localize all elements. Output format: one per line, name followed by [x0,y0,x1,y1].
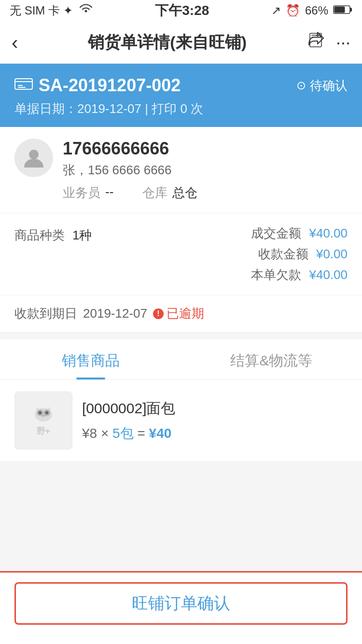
status-bar-time: 下午3:28 [155,1,209,20]
svg-rect-2 [334,7,345,13]
sales-label: 业务员 [63,184,100,201]
due-date-value: 2019-12-07 [83,306,147,321]
customer-info: 17666666666 张，156 6666 6666 业务员 -- 仓库 总仓 [63,139,348,201]
bottom-bar: 旺铺订单确认 [0,571,362,644]
clock-icon: ⊙ [296,79,306,92]
tab-sales-products[interactable]: 销售商品 [0,339,181,379]
category-value: 1种 [72,227,92,244]
customer-meta: 业务员 -- 仓库 总仓 [63,184,348,201]
sales-meta: 业务员 -- [63,184,113,201]
status-bar-left: 无 SIM 卡 ✦ [10,3,93,18]
order-type-icon [14,75,33,96]
customer-section: 17666666666 张，156 6666 6666 业务员 -- 仓库 总仓 [0,127,362,213]
nav-actions: ··· [307,31,350,53]
confirm-order-button[interactable]: 旺铺订单确认 [14,582,348,625]
bottom-spacer [0,461,362,558]
received-amount-row: 收款金额 ¥0.00 [258,246,348,263]
tabs-section: 销售商品 结算&物流等 [0,339,362,461]
received-value: ¥0.00 [316,247,348,262]
price-formula: ¥8 × [82,426,112,441]
category-label: 商品种类 [14,227,65,244]
status-text: 待确认 [310,77,348,94]
overdue-dot-icon: ! [153,308,164,319]
summary-right: 成交金额 ¥40.00 收款金额 ¥0.00 本单欠款 ¥40.00 [251,225,348,283]
wifi-icon [79,4,93,17]
sim-status: 无 SIM 卡 ✦ [10,3,73,18]
order-header-card: SA-20191207-002 ⊙ 待确认 单据日期：2019-12-07 | … [0,64,362,127]
product-item: 野+ [0000002]面包 ¥8 × 5包 = ¥40 [14,392,348,449]
product-price: ¥8 × 5包 = ¥40 [82,424,348,443]
warehouse-meta: 仓库 总仓 [142,184,197,201]
warehouse-value: 总仓 [172,184,197,201]
battery-level: 66% [305,4,328,17]
debt-label: 本单欠款 [251,266,301,283]
location-icon: ↗ [271,4,281,17]
due-date-label: 收款到期日 [14,305,77,322]
share-icon[interactable] [307,31,324,53]
svg-point-13 [42,415,45,417]
sales-value: -- [105,184,113,201]
deal-amount-row: 成交金额 ¥40.00 [251,225,348,242]
avatar [14,139,53,177]
summary-left: 商品种类 1种 [14,225,92,244]
order-id: SA-20191207-002 [14,75,181,96]
debt-value: ¥40.00 [309,267,348,282]
deal-amount-value: ¥40.00 [309,226,348,241]
price-equals: = [134,426,149,441]
product-info: [0000002]面包 ¥8 × 5包 = ¥40 [82,399,348,443]
overdue-badge: ! 已逾期 [153,305,204,322]
customer-name: 张，156 6666 6666 [63,162,348,179]
tabs-header: 销售商品 结算&物流等 [0,339,362,380]
nav-bar: ‹ 销货单详情(来自旺铺) ··· [0,21,362,64]
product-qty: 5包 [112,426,134,441]
customer-phone: 17666666666 [63,139,348,159]
product-total: ¥40 [149,426,172,441]
more-icon[interactable]: ··· [336,32,350,53]
tab-settlement[interactable]: 结算&物流等 [181,339,362,379]
order-meta: 单据日期：2019-12-07 | 打印 0 次 [14,100,348,117]
product-name: [0000002]面包 [82,399,348,419]
svg-point-12 [46,412,48,414]
deal-amount-label: 成交金额 [251,225,301,242]
product-thumbnail: 野+ [14,392,72,449]
overdue-text: 已逾期 [167,305,204,322]
warehouse-label: 仓库 [142,184,167,201]
status-bar-right: ↗ ⏰ 66% [271,4,352,17]
customer-card: 17666666666 张，156 6666 6666 业务员 -- 仓库 总仓… [0,127,362,332]
received-label: 收款金额 [258,246,308,263]
svg-point-11 [39,412,41,414]
product-list: 野+ [0000002]面包 ¥8 × 5包 = ¥40 [0,380,362,461]
page-title: 销货单详情(来自旺铺) [28,31,307,54]
due-date-section: 收款到期日 2019-12-07 ! 已逾期 [0,295,362,332]
brand-label: 野+ [37,425,51,437]
summary-section: 商品种类 1种 成交金额 ¥40.00 收款金额 ¥0.00 本单欠款 ¥40.… [0,213,362,295]
product-thumb-inner: 野+ [30,404,57,437]
back-button[interactable]: ‹ [12,33,28,52]
battery-icon [333,4,352,17]
svg-rect-1 [350,8,352,12]
alarm-icon: ⏰ [286,4,300,17]
svg-point-5 [29,150,39,159]
debt-amount-row: 本单欠款 ¥40.00 [251,266,348,283]
order-status-badge: ⊙ 待确认 [296,77,348,94]
status-bar: 无 SIM 卡 ✦ 下午3:28 ↗ ⏰ 66% [0,0,362,21]
